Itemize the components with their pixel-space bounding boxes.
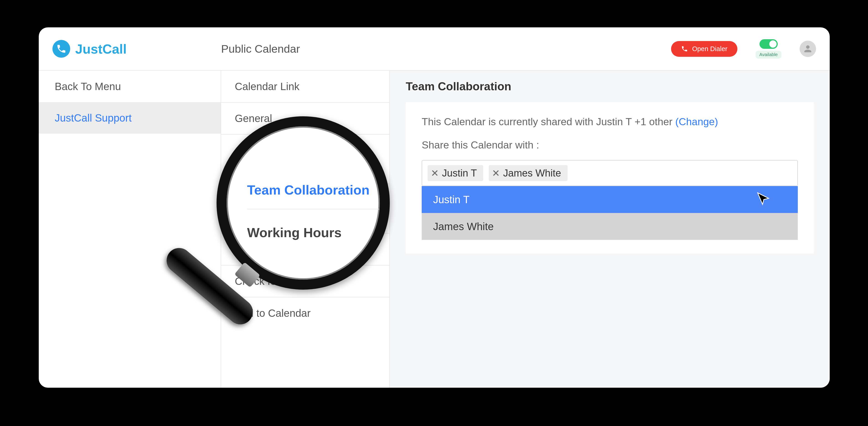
dialer-label: Open Dialer xyxy=(692,45,727,53)
tag-james-white: ✕ James White xyxy=(489,165,567,181)
main-content: Team Collaboration This Calendar is curr… xyxy=(390,71,830,388)
brand-name: JustCall xyxy=(75,41,127,57)
settings-item-website[interactable]: Website xyxy=(221,233,389,266)
settings-nav: Calendar Link General Team Collaboration… xyxy=(221,71,390,388)
brand-logo[interactable]: JustCall xyxy=(53,40,221,58)
dropdown-option-justin-t[interactable]: Justin T xyxy=(422,186,798,213)
settings-item-calendar-link[interactable]: Calendar Link xyxy=(221,71,389,102)
settings-item-add-to-calendar[interactable]: Add to Calendar xyxy=(221,297,389,329)
remove-tag-icon[interactable]: ✕ xyxy=(492,168,500,179)
availability-badge: Available xyxy=(755,51,781,59)
person-icon xyxy=(803,43,813,54)
tag-label: Justin T xyxy=(442,168,477,179)
header-actions: Open Dialer Available xyxy=(671,39,816,59)
shared-status-text: This Calendar is currently shared with J… xyxy=(422,116,798,128)
sidebar-item-justcall-support[interactable]: JustCall Support xyxy=(39,102,221,134)
page-header-title: Public Calendar xyxy=(221,42,300,55)
dropdown-option-james-white[interactable]: James White xyxy=(422,213,798,240)
phone-icon xyxy=(681,45,688,52)
body: Back To Menu JustCall Support Calendar L… xyxy=(39,71,830,388)
main-section-title: Team Collaboration xyxy=(406,80,814,93)
availability-toggle[interactable] xyxy=(760,39,778,49)
team-collab-panel: This Calendar is currently shared with J… xyxy=(406,102,814,253)
open-dialer-button[interactable]: Open Dialer xyxy=(671,41,737,57)
availability-control: Available xyxy=(755,39,781,59)
settings-item-general[interactable]: General xyxy=(221,102,389,134)
share-dropdown: Justin T James White xyxy=(422,186,798,240)
tag-label: James White xyxy=(503,168,561,179)
change-link[interactable]: (Change) xyxy=(675,116,718,127)
settings-item-check-conflicts[interactable]: Check for Conflicts xyxy=(221,266,389,297)
share-label: Share this Calendar with : xyxy=(422,139,798,151)
tag-justin-t: ✕ Justin T xyxy=(428,165,483,181)
user-avatar[interactable] xyxy=(800,40,816,57)
settings-item-working-hours[interactable]: Working Hours xyxy=(221,184,389,233)
remove-tag-icon[interactable]: ✕ xyxy=(431,168,439,179)
justcall-logo-icon xyxy=(53,40,70,58)
header: JustCall Public Calendar Open Dialer Ava… xyxy=(39,27,830,71)
settings-item-team-collaboration[interactable]: Team Collaboration xyxy=(221,134,389,184)
app-window: JustCall Public Calendar Open Dialer Ava… xyxy=(39,27,830,388)
share-tag-input[interactable]: ✕ Justin T ✕ James White xyxy=(422,160,798,186)
cursor-icon xyxy=(756,191,770,208)
sidebar-primary: Back To Menu JustCall Support xyxy=(39,71,221,388)
toggle-knob xyxy=(769,40,777,48)
sidebar-item-back[interactable]: Back To Menu xyxy=(39,71,221,102)
